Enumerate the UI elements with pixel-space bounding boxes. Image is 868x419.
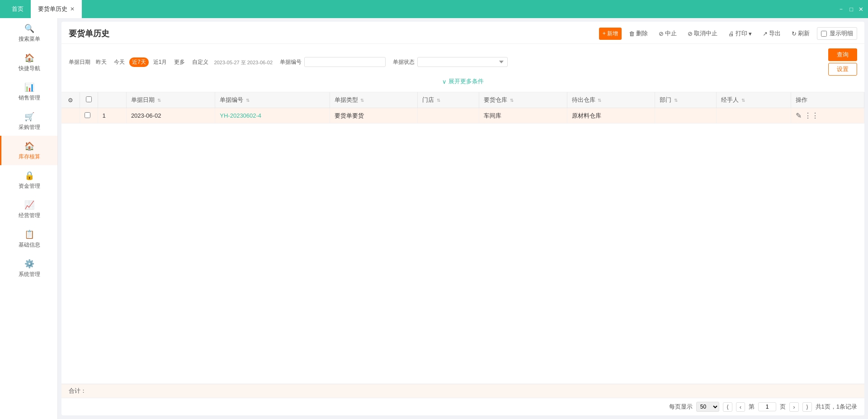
more-action-icon[interactable]: ⋮⋮ — [804, 111, 819, 120]
prev-page-button[interactable]: ‹ — [736, 402, 745, 412]
tab-bar: 首页 要货单历史 ✕ — [5, 0, 838, 18]
date-btn-yesterday[interactable]: 昨天 — [93, 57, 109, 67]
minimize-icon[interactable]: － — [838, 5, 844, 13]
index-column-header — [98, 92, 126, 108]
pending-warehouse-sort-icon[interactable]: ⇅ — [598, 98, 601, 103]
date-btn-1month[interactable]: 近1月 — [151, 57, 170, 67]
add-button[interactable]: + 新增 — [599, 28, 622, 40]
per-page-select[interactable]: 50 10 20 100 — [696, 402, 719, 412]
handler-sort-icon[interactable]: ⇅ — [741, 98, 745, 103]
chevron-down-icon: ∨ — [442, 78, 447, 85]
doc-no-link[interactable]: YH-20230602-4 — [220, 112, 261, 119]
sidebar-item-system-mgmt-label: 系统管理 — [19, 271, 40, 278]
sidebar-item-ops-mgmt[interactable]: 📈 经营管理 — [0, 195, 57, 224]
first-page-button[interactable]: ⟨ — [723, 402, 732, 412]
sidebar-item-quick-nav[interactable]: 🏠 快捷导航 — [0, 48, 57, 77]
maximize-icon[interactable]: □ — [849, 6, 853, 13]
search-menu-icon: 🔍 — [24, 24, 34, 33]
finance-mgmt-icon: 🔒 — [24, 171, 34, 181]
doc-no-input[interactable] — [304, 57, 386, 67]
sidebar-item-inventory-mgmt[interactable]: 🏠 库存核算 — [0, 136, 57, 165]
settings-button[interactable]: 设置 — [828, 63, 857, 76]
doc-date-cell: 2023-06-02 — [126, 108, 215, 124]
window-close-icon[interactable]: ✕ — [859, 6, 863, 13]
sidebar-item-basic-info[interactable]: 📋 基础信息 — [0, 224, 57, 253]
sidebar-item-search-menu[interactable]: 🔍 搜索菜单 — [0, 18, 57, 48]
refresh-icon: ↻ — [792, 30, 797, 37]
page-suffix: 页 — [780, 403, 786, 411]
date-filter-label: 单据日期 — [69, 58, 90, 66]
table-header-row: ⚙ 单据日期 ⇅ 单据编号 ⇅ — [61, 92, 864, 108]
delete-button[interactable]: 🗑 删除 — [625, 27, 651, 40]
top-nav: 首页 要货单历史 ✕ － □ ✕ — [0, 0, 868, 18]
select-all-checkbox[interactable] — [86, 96, 92, 102]
department-cell — [655, 108, 716, 124]
sidebar-item-quick-nav-label: 快捷导航 — [19, 65, 40, 72]
status-select[interactable] — [417, 57, 508, 67]
doc-type-cell: 要货单要货 — [330, 108, 417, 124]
print-dropdown-icon: ▾ — [749, 30, 752, 37]
settings-column-header: ⚙ — [61, 92, 80, 108]
stop-button[interactable]: ⊘ 中止 — [655, 27, 680, 40]
export-button[interactable]: ↗ 导出 — [759, 27, 784, 40]
filter-row-1: 单据日期 昨天 今天 近7天 近1月 更多 自定义 2023-05-27 至 2… — [69, 48, 857, 76]
sidebar-item-purchase-mgmt[interactable]: 🛒 采购管理 — [0, 106, 57, 136]
page-header: 要货单历史 + 新增 🗑 删除 ⊘ 中止 ⊘ 取消中止 🖨 打印 — [61, 22, 864, 44]
status-filter-group: 单据状态 — [393, 57, 508, 67]
show-detail-toggle[interactable]: 显示明细 — [817, 27, 857, 40]
delete-icon: 🗑 — [629, 30, 635, 37]
tab-requisition-history[interactable]: 要货单历史 ✕ — [31, 0, 82, 18]
pending-warehouse-cell: 原材料仓库 — [567, 108, 655, 124]
filter-action-btns: 查询 设置 — [828, 48, 857, 76]
next-page-button[interactable]: › — [789, 402, 798, 412]
doc-no-sort-icon[interactable]: ⇅ — [246, 98, 250, 103]
store-sort-icon[interactable]: ⇅ — [437, 98, 440, 103]
show-detail-checkbox[interactable] — [821, 31, 827, 37]
date-btn-7days[interactable]: 近7天 — [129, 57, 149, 67]
doc-type-column-header: 单据类型 ⇅ — [330, 92, 417, 108]
edit-action-icon[interactable]: ✎ — [796, 111, 802, 120]
row-checkbox[interactable] — [85, 112, 90, 118]
settings-column-icon[interactable]: ⚙ — [68, 97, 73, 104]
last-page-button[interactable]: ⟩ — [802, 402, 812, 412]
page-number-input[interactable] — [758, 402, 776, 411]
page-title: 要货单历史 — [69, 28, 109, 39]
sidebar-item-finance-mgmt-label: 资金管理 — [19, 182, 40, 190]
date-btn-today[interactable]: 今天 — [111, 57, 127, 67]
total-info: 共1页，1条记录 — [816, 403, 857, 411]
system-mgmt-icon: ⚙️ — [24, 259, 34, 269]
table-footer: 合计： — [61, 384, 864, 398]
store-cell — [417, 108, 479, 124]
department-sort-icon[interactable]: ⇅ — [674, 98, 678, 103]
doc-no-cell: YH-20230602-4 — [215, 108, 330, 124]
date-btn-custom[interactable]: 自定义 — [189, 57, 211, 67]
store-column-header: 门店 ⇅ — [417, 92, 479, 108]
query-button[interactable]: 查询 — [828, 48, 857, 61]
date-btn-more[interactable]: 更多 — [171, 57, 188, 67]
date-quick-btns: 昨天 今天 近7天 近1月 更多 自定义 — [93, 57, 211, 67]
doc-type-sort-icon[interactable]: ⇅ — [360, 98, 364, 103]
inventory-mgmt-icon: 🏠 — [24, 141, 34, 151]
handler-cell — [717, 108, 791, 124]
doc-date-sort-icon[interactable]: ⇅ — [157, 98, 161, 103]
expand-more-btn[interactable]: ∨ 展开更多条件 — [69, 76, 857, 87]
filter-bar: 单据日期 昨天 今天 近7天 近1月 更多 自定义 2023-05-27 至 2… — [61, 44, 864, 92]
sidebar-item-inventory-mgmt-label: 库存核算 — [19, 153, 40, 161]
sidebar-item-search-menu-label: 搜索菜单 — [19, 35, 40, 43]
content-area: 要货单历史 + 新增 🗑 删除 ⊘ 中止 ⊘ 取消中止 🖨 打印 — [61, 22, 864, 415]
tab-home[interactable]: 首页 — [5, 0, 31, 18]
table-container: ⚙ 单据日期 ⇅ 单据编号 ⇅ — [61, 92, 864, 384]
doc-no-column-header: 单据编号 ⇅ — [215, 92, 330, 108]
req-warehouse-sort-icon[interactable]: ⇅ — [510, 98, 514, 103]
pagination: 每页显示 50 10 20 100 ⟨ ‹ 第 页 › ⟩ 共1页，1条记录 — [61, 398, 864, 415]
refresh-button[interactable]: ↻ 刷新 — [788, 27, 813, 40]
quick-nav-icon: 🏠 — [24, 53, 34, 63]
sidebar-item-sales-mgmt[interactable]: 📊 销售管理 — [0, 77, 57, 106]
sidebar-item-purchase-mgmt-label: 采购管理 — [19, 124, 40, 131]
print-button[interactable]: 🖨 打印 ▾ — [725, 27, 755, 40]
cancel-stop-button[interactable]: ⊘ 取消中止 — [684, 27, 721, 40]
sidebar-item-finance-mgmt[interactable]: 🔒 资金管理 — [0, 165, 57, 195]
settings-cell — [61, 108, 80, 124]
close-tab-icon[interactable]: ✕ — [70, 6, 75, 12]
sidebar-item-system-mgmt[interactable]: ⚙️ 系统管理 — [0, 253, 57, 283]
